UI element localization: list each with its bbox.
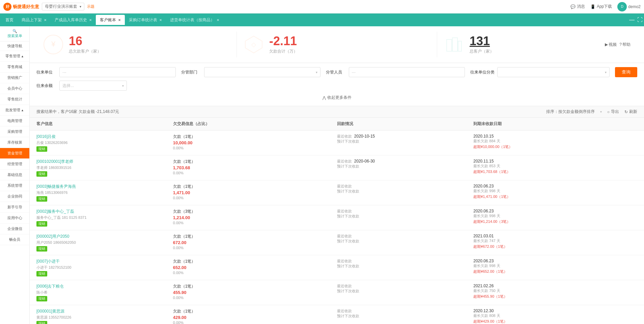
sidebar-item-retail-mall[interactable]: 零售商城 — [0, 62, 29, 72]
refresh-btn[interactable]: ↻ 刷新 — [624, 109, 637, 115]
filter-unit-type-select[interactable]: ▾ — [497, 67, 610, 77]
tab-3-close[interactable]: ✕ — [118, 18, 121, 22]
tab-minimize-btn[interactable]: — — [629, 17, 635, 23]
overdue-text-3[interactable]: 超期¥1,214.00（3笔） — [473, 219, 637, 224]
sidebar-item-marketing[interactable]: 营销推广 — [0, 72, 29, 83]
tab-3[interactable]: 客户账本 ✕ — [96, 15, 125, 25]
customer-name-1[interactable]: [0001020001]李老师 — [36, 159, 73, 164]
query-button[interactable]: 查询 — [615, 67, 637, 77]
col-date-0: 2020.10.15 最长欠款 884 天 超期¥10,000.00（1笔） — [473, 134, 637, 149]
tab-5-close[interactable]: ✕ — [217, 18, 219, 22]
col-debt-2: 欠款（1笔） 1,471.00 0.00% — [173, 184, 337, 200]
tab-2-close[interactable]: ✕ — [89, 18, 92, 22]
sidebar-item-operations[interactable]: 经营管理 — [0, 159, 29, 170]
tab-bar-right: — ⛶ — [629, 17, 643, 23]
sidebar-item-basic-info[interactable]: 基础信息 — [0, 170, 29, 180]
export-btn[interactable]: ○ 导出 — [607, 109, 619, 115]
max-overdue-5: 最长欠款 998 天 — [473, 263, 637, 268]
return-next-1: 预计下次收款 — [337, 164, 474, 169]
tab-1[interactable]: 商品上下架 ✕ — [18, 15, 51, 25]
video-btn[interactable]: ▶ 视频 — [605, 42, 617, 48]
table-row: [000001]黄思源 黄思源 13552700226 现销 欠款（1笔） 42… — [30, 305, 644, 324]
avatar-placeholder: D — [617, 2, 627, 11]
tab-5[interactable]: 进货单统计表（按商品） ✕ — [166, 15, 223, 25]
customer-name-6[interactable]: [0006]去下粮仓 — [36, 284, 64, 289]
sidebar-item-newbie[interactable]: 新手引导 — [0, 202, 29, 213]
filter-manager-input[interactable]: ··· — [349, 67, 465, 77]
company-name: 母婴行业演示账套 — [45, 4, 77, 9]
message-btn[interactable]: 💬 消息 — [570, 4, 585, 9]
overdue-text-1[interactable]: 超期¥1,703.68（1笔） — [473, 169, 637, 174]
sidebar-item-inventory[interactable]: 库存核算 — [0, 137, 29, 148]
sidebar-item-operations-label: 经营管理 — [7, 162, 22, 166]
customer-name-4[interactable]: [000002]用户2050 — [36, 234, 69, 239]
tab-1-close[interactable]: ✕ — [44, 18, 47, 22]
sidebar-item-purchase-mgmt[interactable]: 采购管理 — [0, 126, 29, 137]
sidebar-item-wholesale-mgmt[interactable]: 批发管理 ▲ — [0, 105, 29, 116]
message-label: 消息 — [577, 4, 585, 9]
overdue-text-4[interactable]: 超期¥672.00（1笔） — [473, 244, 637, 249]
overdue-text-0[interactable]: 超期¥10,000.00（1笔） — [473, 144, 637, 149]
tab-4[interactable]: 采购订单统计表 ✕ — [125, 15, 166, 25]
overdue-text-5[interactable]: 超期¥652.00（1笔） — [473, 269, 637, 274]
col-return-5: 最近收款 预计下次收款 — [337, 259, 474, 269]
customer-phone-0: 吕俊 13026203696 — [36, 140, 173, 145]
col-customer-6: [0006]去下粮仓 陈小希 现销 — [36, 284, 173, 301]
debt-amount-1: 1,703.68 — [173, 165, 337, 170]
customer-name-3[interactable]: [0002]服务中心_丁磊 — [36, 209, 74, 214]
results-bar: 搜索结果中，客户16家 欠款金额 -21,148.07元 排序：按欠款金额倒序排… — [30, 106, 644, 118]
user-area[interactable]: D demo2 — [617, 2, 641, 11]
col-return-1: 最近收款 2020-06-30 预计下次收款 — [337, 159, 474, 169]
sidebar-item-member-center[interactable]: 会员中心 — [0, 83, 29, 94]
customer-name-7[interactable]: [000001]黄思源 — [36, 309, 64, 314]
filter-balance-select[interactable]: 选择... ▾ — [59, 81, 127, 91]
sidebar-item-retail-mgmt-arrow: ▲ — [21, 55, 24, 58]
sidebar-quick-nav[interactable]: 快捷导航 — [0, 41, 29, 51]
sidebar-item-retail-stats[interactable]: 零售统计 — [0, 94, 29, 105]
card-2-label: 欠款合计（万） — [269, 49, 298, 54]
sidebar-item-vip[interactable]: 畅会员 — [0, 234, 29, 245]
tab-home[interactable]: 首页 — [1, 17, 18, 23]
overdue-text-2[interactable]: 超期¥1,471.00（1笔） — [473, 194, 637, 199]
sidebar-search[interactable]: 🔍 搜索菜单 — [0, 26, 29, 41]
return-next-5: 预计下次收款 — [337, 264, 474, 269]
sort-label: 排序：按欠款金额倒序排序 — [546, 109, 595, 115]
sidebar-item-finance[interactable]: 资金管理 — [0, 148, 29, 159]
filter-dept-select[interactable]: ▾ — [204, 67, 320, 77]
help-btn[interactable]: ? 帮助 — [619, 42, 631, 48]
col-return-6: 最近收款 预计下次收款 — [337, 284, 474, 294]
max-overdue-0: 最长欠款 884 天 — [473, 139, 637, 144]
sidebar-item-app-center[interactable]: 应用中心 — [0, 213, 29, 224]
debt-count-5: 欠款（1笔） — [173, 259, 337, 264]
sidebar-item-retail-mgmt[interactable]: 零售管理 ▲ — [0, 51, 29, 62]
sidebar-item-wholesale-mgmt-arrow: ▲ — [21, 109, 24, 112]
sidebar-item-ecommerce[interactable]: 电商管理 — [0, 116, 29, 126]
overdue-text-6[interactable]: 超期¥455.90（1笔） — [473, 294, 637, 299]
tab-2[interactable]: 产成品入库单历史 ✕ — [51, 15, 96, 25]
customer-name-2[interactable]: [0003]畅捷服务尹海燕 — [36, 184, 76, 189]
sidebar-item-wechat[interactable]: 企业微信 — [0, 224, 29, 234]
overdue-text-7[interactable]: 超期¥429.00（1笔） — [473, 319, 637, 324]
col-customer-4: [000002]用户2050 用户2050 18665062050 现销 — [36, 234, 173, 252]
sidebar-item-system[interactable]: 系统管理 — [0, 180, 29, 191]
filter-balance-placeholder: 选择... — [62, 83, 74, 89]
sidebar-item-enterprise[interactable]: 企业协同 — [0, 191, 29, 202]
sidebar-item-inventory-label: 库存核算 — [7, 140, 22, 144]
tab-4-close[interactable]: ✕ — [159, 18, 162, 22]
filter-coming-unit-input[interactable]: ··· — [59, 67, 176, 77]
col-customer-1: [0001020001]李老师 李老师 18600391516 现销 — [36, 159, 173, 177]
customer-name-5[interactable]: [0007]小进干 — [36, 259, 60, 264]
col-debt-6: 欠款（1笔） 455.90 0.00% — [173, 284, 337, 300]
company-selector[interactable]: 母婴行业演示账套 ▾ — [42, 3, 84, 10]
max-overdue-3: 最长欠款 998 天 — [473, 213, 637, 218]
table-header: 客户信息 欠交易信息（占比） 回款情况 到期未收款日期 — [30, 118, 644, 130]
col-return-7: 最近收款 预计下次收款 — [337, 308, 474, 319]
video-icon: ▶ — [605, 42, 608, 47]
collapse-btn[interactable]: ⋀ 收起更多条件 — [318, 93, 356, 102]
max-overdue-6: 最长欠款 750 天 — [473, 288, 637, 293]
top-bar: 好 畅捷通好生意 母婴行业演示账套 ▾ 示题 💬 消息 📱 App下载 D de… — [0, 0, 644, 13]
customer-name-0[interactable]: [0016]吕俊 — [36, 134, 56, 139]
tab-bar: 首页 商品上下架 ✕ 产成品入库单历史 ✕ 客户账本 ✕ 采购订单统计表 ✕ 进… — [0, 13, 644, 26]
app-download-btn[interactable]: 📱 App下载 — [590, 4, 612, 9]
tab-maximize-btn[interactable]: ⛶ — [637, 17, 643, 23]
